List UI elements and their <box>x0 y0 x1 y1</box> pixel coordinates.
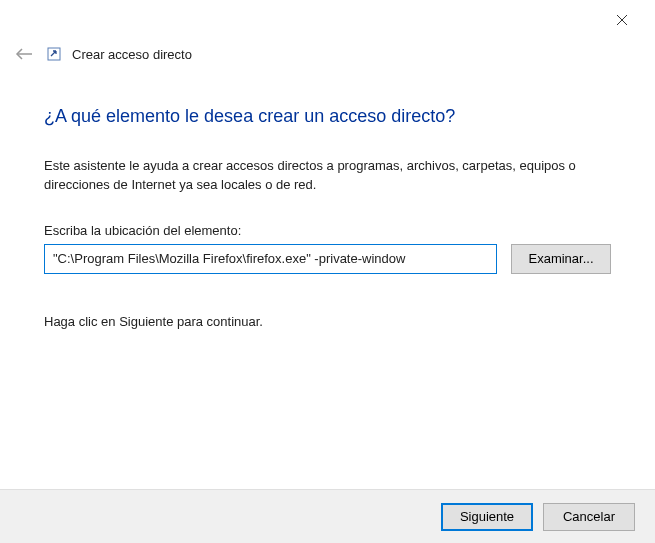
input-row: Examinar... <box>44 244 611 274</box>
back-arrow-icon <box>15 47 33 61</box>
title-bar <box>0 0 655 40</box>
shortcut-icon <box>46 46 62 62</box>
location-label: Escriba la ubicación del elemento: <box>44 223 611 238</box>
continue-hint: Haga clic en Siguiente para continuar. <box>44 314 611 329</box>
footer-bar: Siguiente Cancelar <box>0 489 655 543</box>
close-button[interactable] <box>607 8 637 32</box>
browse-button[interactable]: Examinar... <box>511 244 611 274</box>
next-button[interactable]: Siguiente <box>441 503 533 531</box>
cancel-button[interactable]: Cancelar <box>543 503 635 531</box>
close-icon <box>616 14 628 26</box>
svg-rect-3 <box>48 48 60 60</box>
location-input[interactable] <box>44 244 497 274</box>
content-area: ¿A qué elemento le desea crear un acceso… <box>0 68 655 329</box>
wizard-description: Este asistente le ayuda a crear accesos … <box>44 157 611 195</box>
dialog-title: Crear acceso directo <box>72 47 192 62</box>
wizard-heading: ¿A qué elemento le desea crear un acceso… <box>44 106 611 127</box>
header-row: Crear acceso directo <box>0 40 655 68</box>
back-button[interactable] <box>12 47 36 61</box>
